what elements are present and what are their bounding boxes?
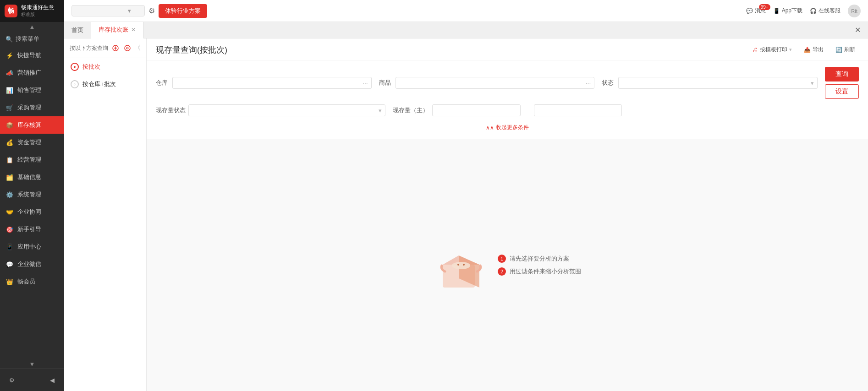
warehouse-more-icon[interactable]: ··· bbox=[363, 79, 368, 87]
empty-state-content: 1 请先选择要分析的方案 2 用过滤条件来缩小分析范围 bbox=[498, 255, 581, 276]
app-logo: 畅 bbox=[5, 5, 17, 17]
sidebar-item-inventory[interactable]: 📦 库存核算 bbox=[0, 116, 64, 134]
filter-panel-header: 按以下方案查询 《 bbox=[64, 38, 146, 58]
filter-panel: 按以下方案查询 《 bbox=[64, 38, 147, 391]
experience-btn[interactable]: 体验行业方案 bbox=[159, 4, 207, 18]
refresh-btn[interactable]: 🔄 刷新 bbox=[832, 44, 859, 55]
inventory-icon: 📦 bbox=[5, 121, 14, 129]
online-service-btn[interactable]: 🎧 在线客服 bbox=[810, 7, 841, 15]
refresh-icon: 🔄 bbox=[835, 47, 842, 53]
topbar-gear-icon[interactable]: ⚙ bbox=[148, 6, 155, 15]
inventory-status-select[interactable] bbox=[188, 104, 385, 116]
sidebar-item-purchase[interactable]: 🛒 采购管理 bbox=[0, 99, 64, 116]
collapse-label: 收起更多条件 bbox=[496, 124, 529, 131]
sidebar-item-operations[interactable]: 📋 经营管理 bbox=[0, 151, 64, 168]
svg-point-2 bbox=[126, 47, 128, 49]
filter-panel-collapse-btn[interactable]: 《 bbox=[134, 44, 141, 52]
messages-badge: 99+ bbox=[759, 4, 770, 10]
sidebar-item-finance[interactable]: 💰 资金管理 bbox=[0, 134, 64, 151]
set-btn[interactable]: 设置 bbox=[825, 84, 859, 99]
app-title: 畅康通好生意 bbox=[21, 4, 54, 11]
inventory-qty-to[interactable] bbox=[534, 104, 622, 116]
topbar: ▾ ⚙ 体验行业方案 💬 消息 99+ 📱 App下载 🎧 在线客服 Rit bbox=[64, 0, 868, 22]
collapse-icon: ◀ bbox=[50, 377, 55, 384]
status-field: 状态 bbox=[602, 77, 818, 89]
product-more-icon[interactable]: ··· bbox=[586, 79, 591, 87]
warehouse-input[interactable] bbox=[172, 77, 372, 89]
sidebar-item-enterprise[interactable]: 🤝 企业协同 bbox=[0, 203, 64, 221]
status-select-wrap bbox=[618, 77, 818, 89]
sidebar-item-sales[interactable]: 📊 销售管理 bbox=[0, 81, 64, 99]
tab-home-label: 首页 bbox=[71, 26, 83, 34]
apps-icon: 📱 bbox=[5, 243, 14, 251]
collapse-up-icon: ∧∧ bbox=[486, 125, 494, 131]
tabs-bar: 首页 库存批次账 ✕ ✕ bbox=[64, 22, 868, 38]
tabs-panel-close-btn[interactable]: ✕ bbox=[851, 26, 864, 34]
tab-batch-account-close[interactable]: ✕ bbox=[131, 27, 136, 33]
inventory-qty-from[interactable] bbox=[432, 104, 521, 116]
sidebar-item-basic[interactable]: 🗂️ 基础信息 bbox=[0, 168, 64, 186]
sidebar-item-member[interactable]: 👑 畅会员 bbox=[0, 273, 64, 290]
product-label: 商品 bbox=[379, 79, 393, 87]
query-btn[interactable]: 查询 bbox=[825, 67, 859, 81]
right-panel: 现存量查询(按批次) 🖨 按模板打印 ▾ 📤 导出 🔄 刷新 bbox=[147, 38, 868, 391]
step-2-text: 用过滤条件来缩小分析范围 bbox=[510, 267, 581, 276]
sidebar-item-guide[interactable]: 🎯 新手引导 bbox=[0, 221, 64, 238]
marketing-icon: 📣 bbox=[5, 69, 14, 77]
export-icon: 📤 bbox=[804, 47, 811, 53]
basic-icon: 🗂️ bbox=[5, 173, 14, 181]
filter-header-actions: 《 bbox=[110, 43, 141, 53]
warehouse-input-wrap: ··· bbox=[172, 77, 372, 89]
filter-add-btn[interactable] bbox=[110, 43, 121, 53]
export-btn[interactable]: 📤 导出 bbox=[800, 44, 827, 55]
filter-collapse-btn[interactable]: ∧∧ 收起更多条件 bbox=[486, 124, 529, 131]
tab-batch-account[interactable]: 库存批次账 ✕ bbox=[91, 22, 143, 38]
guide-icon: 🎯 bbox=[5, 225, 14, 234]
finance-icon: 💰 bbox=[5, 138, 14, 147]
scheme-batch-icon: ● bbox=[71, 63, 79, 71]
app-download-btn[interactable]: 📱 App下载 bbox=[773, 7, 802, 15]
app-download-label: App下载 bbox=[782, 7, 802, 15]
app-download-icon: 📱 bbox=[773, 8, 780, 14]
topbar-search-input[interactable] bbox=[76, 8, 126, 14]
tab-home[interactable]: 首页 bbox=[64, 22, 91, 38]
scheme-batch[interactable]: ● 按批次 bbox=[64, 58, 146, 76]
scroll-down-btn[interactable]: ▼ bbox=[0, 359, 64, 369]
scheme-warehouse-batch[interactable]: ○ 按仓库+批次 bbox=[64, 76, 146, 93]
print-dropdown-icon[interactable]: ▾ bbox=[789, 47, 792, 53]
sidebar-item-system[interactable]: ⚙️ 系统管理 bbox=[0, 186, 64, 203]
content-area: 按以下方案查询 《 bbox=[64, 38, 868, 391]
user-avatar[interactable]: Rit bbox=[848, 5, 861, 17]
settings-icon: ⚙ bbox=[9, 377, 15, 384]
scheme-batch-label: 按批次 bbox=[82, 63, 100, 71]
sidebar-item-wechat[interactable]: 💬 企业微信 bbox=[0, 255, 64, 273]
messages-btn[interactable]: 💬 消息 99+ bbox=[746, 7, 766, 15]
topbar-search-wrap: ▾ bbox=[71, 5, 145, 16]
sidebar-item-apps[interactable]: 📱 应用中心 bbox=[0, 238, 64, 255]
svg-point-6 bbox=[463, 264, 465, 266]
topbar-left: ▾ ⚙ 体验行业方案 bbox=[71, 4, 741, 18]
page-titlebar: 现存量查询(按批次) 🖨 按模板打印 ▾ 📤 导出 🔄 刷新 bbox=[147, 38, 868, 60]
status-select[interactable] bbox=[618, 77, 818, 89]
warehouse-label: 仓库 bbox=[156, 79, 170, 87]
print-btn[interactable]: 🖨 按模板打印 ▾ bbox=[749, 44, 796, 55]
status-label: 状态 bbox=[602, 79, 615, 87]
scroll-up-btn[interactable]: ▲ bbox=[0, 22, 64, 31]
page-title: 现存量查询(按批次) bbox=[156, 44, 227, 55]
product-input[interactable] bbox=[396, 77, 595, 89]
sales-icon: 📊 bbox=[5, 86, 14, 94]
sidebar-item-quick-nav[interactable]: ⚡ 快捷导航 bbox=[0, 47, 64, 64]
sidebar-item-marketing[interactable]: 📣 营销推广 bbox=[0, 64, 64, 81]
sidebar-collapse-btn[interactable]: ◀ bbox=[46, 374, 59, 386]
sidebar-settings-btn[interactable]: ⚙ bbox=[5, 374, 18, 386]
sidebar-search[interactable]: 🔍 搜索菜单 bbox=[0, 31, 64, 47]
export-label: 导出 bbox=[813, 46, 824, 54]
add-icon bbox=[112, 45, 119, 51]
operations-icon: 📋 bbox=[5, 156, 14, 164]
filter-settings-btn[interactable] bbox=[122, 43, 132, 53]
wechat-icon: 💬 bbox=[5, 260, 14, 268]
topbar-dropdown-icon[interactable]: ▾ bbox=[128, 7, 131, 14]
filter-panel-title: 按以下方案查询 bbox=[70, 44, 108, 52]
messages-icon: 💬 bbox=[746, 8, 753, 14]
inventory-status-label: 现存量状态 bbox=[156, 106, 186, 114]
